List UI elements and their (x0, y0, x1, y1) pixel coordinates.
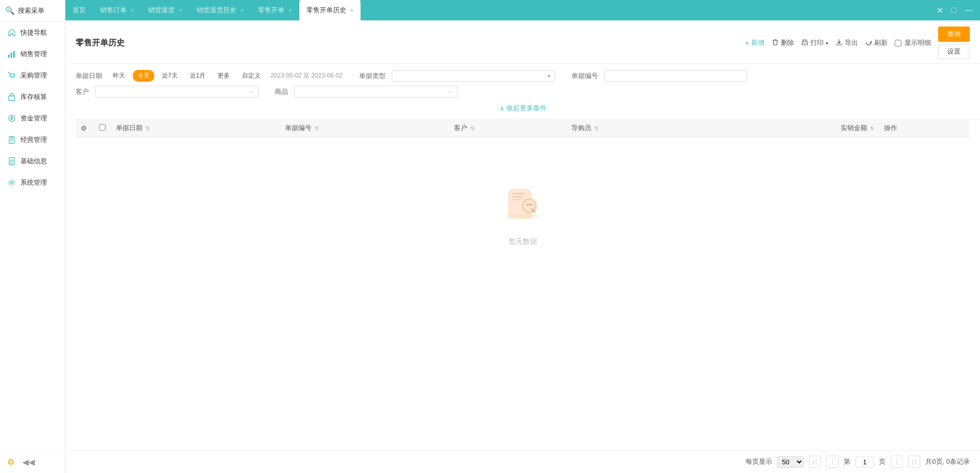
order-type-select[interactable]: ▾ (392, 70, 555, 82)
sidebar: 🔍 搜索采单 快捷导航 销售管理 采购管理 库存核算 资金管理 (0, 0, 65, 473)
sidebar-item-sales-mgmt[interactable]: 销售管理 (0, 43, 65, 65)
main-area: 首页 销售订单 × 销货退货 × 销货退货历史 × 零售开单 × 零售开单历史 … (65, 0, 980, 473)
per-page-select[interactable]: 50 10 20 100 (777, 456, 804, 468)
goods-select[interactable]: ··· (294, 86, 458, 97)
print-icon (801, 39, 808, 47)
tab-retail-open-history[interactable]: 零售开单历史 × (299, 0, 361, 20)
add-button[interactable]: + 新增 (745, 38, 764, 47)
sidebar-item-purchase-mgmt[interactable]: 采购管理 (0, 65, 65, 86)
add-icon: + (745, 39, 749, 47)
tab-sales-return-history[interactable]: 销货退货历史 × (189, 0, 251, 20)
display-detail-label: 显示明细 (904, 38, 931, 47)
sidebar-footer: ⚙ ◀◀ (0, 451, 65, 473)
setting-button[interactable]: 设置 (938, 44, 970, 59)
svg-rect-10 (9, 158, 14, 165)
page-number-input[interactable] (855, 457, 874, 467)
sidebar-item-label: 资金管理 (20, 114, 47, 123)
svg-rect-16 (803, 43, 806, 44)
table-header-row: ⚙ 单据日期 ⇅ 单据编号 ⇅ (76, 119, 970, 137)
sidebar-item-label: 采购管理 (20, 71, 47, 80)
date-btn-1month[interactable]: 近1月 (185, 70, 210, 82)
goods-label: 商品 (275, 87, 288, 96)
export-button[interactable]: 导出 (835, 38, 858, 47)
svg-rect-5 (9, 96, 15, 101)
window-minimize-icon[interactable]: — (965, 6, 973, 15)
page-label: 第 (844, 457, 850, 466)
tab-retail-open-history-close[interactable]: × (350, 7, 353, 13)
tab-sales-return[interactable]: 销货退货 × (141, 0, 189, 20)
col-date-label: 单据日期 (116, 124, 142, 132)
refresh-button[interactable]: 刷新 (865, 38, 888, 47)
sort-no-icon: ⇅ (315, 126, 319, 131)
table-column-settings-icon[interactable]: ⚙ (81, 125, 87, 132)
date-btn-7days[interactable]: 近7天 (157, 70, 182, 82)
chevron-down-icon: ▾ (547, 72, 551, 80)
sidebar-item-inventory[interactable]: 库存核算 (0, 86, 65, 108)
sidebar-item-label: 库存核算 (20, 92, 47, 102)
sidebar-item-system[interactable]: 系统管理 (0, 172, 65, 193)
sidebar-item-finance[interactable]: 资金管理 (0, 108, 65, 129)
content-area: 零售开单历史 + 新增 删除 打印 ▾ (65, 20, 980, 473)
print-arrow-icon: ▾ (826, 40, 828, 46)
col-no[interactable]: 单据编号 ⇅ (280, 119, 449, 137)
window-restore-icon[interactable]: □ (951, 6, 957, 15)
date-btn-custom[interactable]: 自定义 (237, 70, 265, 82)
box-icon (7, 92, 16, 102)
order-no-input[interactable] (604, 70, 747, 82)
tab-home-label: 首页 (73, 6, 86, 15)
date-filter-label: 单据日期 (76, 71, 102, 81)
settings-footer-icon[interactable]: ⚙ (7, 457, 14, 467)
display-detail-toggle[interactable]: 显示明细 (895, 38, 931, 47)
collapse-label: 收起更多条件 (507, 104, 546, 113)
prev-page-button[interactable]: ⟨ (826, 456, 839, 468)
select-all-checkbox[interactable] (99, 124, 106, 131)
table-settings-col[interactable]: ⚙ (76, 119, 94, 137)
next-page-button[interactable]: ⟩ (891, 456, 903, 468)
tab-bar: 首页 销售订单 × 销货退货 × 销货退货历史 × 零售开单 × 零售开单历史 … (65, 0, 980, 20)
date-btn-yesterday[interactable]: 昨天 (108, 70, 130, 82)
delete-button[interactable]: 删除 (772, 38, 794, 47)
col-date[interactable]: 单据日期 ⇅ (111, 119, 280, 137)
cart-icon (7, 71, 16, 80)
svg-point-4 (13, 78, 14, 79)
tab-retail-open-label: 零售开单 (258, 6, 284, 15)
sidebar-search[interactable]: 🔍 搜索采单 (0, 0, 65, 22)
empty-text: 暂无数据 (509, 237, 537, 246)
print-button[interactable]: 打印 ▾ (801, 38, 828, 47)
tab-sales-return-label: 销货退货 (148, 6, 175, 15)
customer-ellipsis-icon: ··· (248, 88, 254, 95)
collapse-sidebar-icon[interactable]: ◀◀ (22, 457, 35, 467)
col-salesperson[interactable]: 导购员 ⇅ (566, 119, 710, 137)
sidebar-item-operation[interactable]: 经营管理 (0, 129, 65, 151)
sidebar-item-basic-info[interactable]: 基础信息 (0, 151, 65, 172)
customer-label: 客户 (76, 87, 89, 96)
date-btn-today[interactable]: 今天 (133, 70, 154, 82)
sidebar-item-label: 经营管理 (20, 135, 47, 144)
display-detail-checkbox[interactable] (895, 40, 901, 46)
svg-rect-2 (13, 51, 15, 58)
file-icon (7, 157, 16, 166)
date-btn-more[interactable]: 更多 (213, 70, 234, 82)
tab-retail-open[interactable]: 零售开单 × (251, 0, 299, 20)
first-page-button[interactable]: ⟨⟨ (809, 456, 821, 468)
page-suffix: 页 (879, 457, 886, 466)
sidebar-item-quick-nav[interactable]: 快捷导航 (0, 22, 65, 43)
query-button[interactable]: 查询 (938, 27, 970, 42)
window-close-icon[interactable]: ✕ (937, 6, 943, 15)
tab-sales-order-close[interactable]: × (131, 7, 134, 13)
last-page-button[interactable]: ⟩⟩ (908, 456, 920, 468)
col-action-label: 操作 (884, 124, 897, 132)
col-amount[interactable]: 实销金额 ⇅ (710, 119, 879, 137)
tab-retail-open-close[interactable]: × (289, 7, 292, 13)
tab-sales-order[interactable]: 销售订单 × (93, 0, 141, 20)
col-customer-label: 客户 (454, 124, 467, 132)
svg-point-14 (11, 182, 13, 184)
svg-rect-0 (8, 55, 10, 58)
customer-select[interactable]: ··· (95, 86, 258, 97)
page-header: 零售开单历史 + 新增 删除 打印 ▾ (65, 20, 980, 64)
tab-home[interactable]: 首页 (65, 0, 93, 20)
collapse-more-conditions[interactable]: ∧ 收起更多条件 (76, 102, 970, 116)
col-customer[interactable]: 客户 ⇅ (449, 119, 566, 137)
tab-sales-return-history-close[interactable]: × (241, 7, 244, 13)
tab-sales-return-close[interactable]: × (179, 7, 182, 13)
